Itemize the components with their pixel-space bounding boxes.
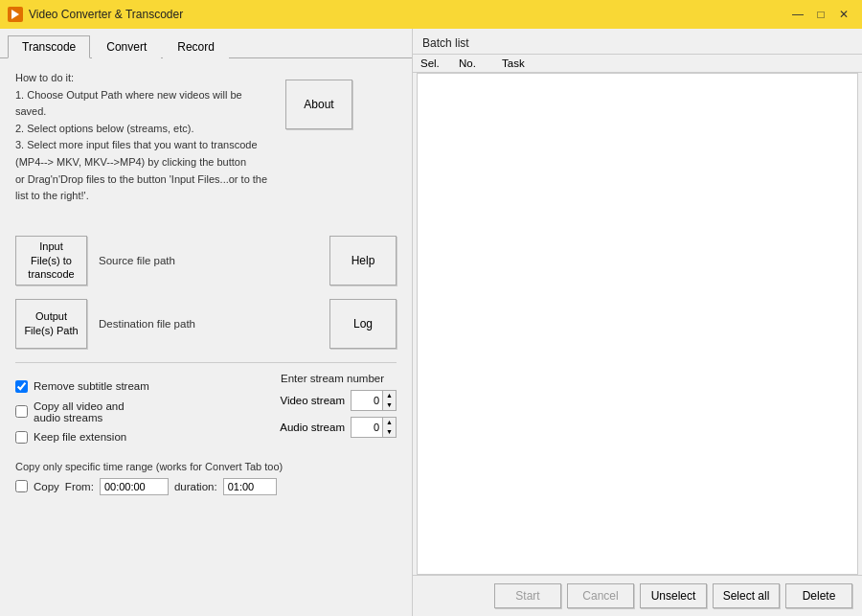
batch-list-title: Batch list xyxy=(413,29,862,55)
minimize-button[interactable]: — xyxy=(787,4,808,25)
audio-stream-row: Audio stream ▲ ▼ xyxy=(268,417,397,438)
main-container: Transcode Convert Record How to do it: 1… xyxy=(0,29,862,616)
bottom-bar: Start Cancel Unselect Select all Delete xyxy=(413,575,862,616)
right-panel: Batch list Sel. No. Task Start Cancel Un… xyxy=(412,29,862,616)
remove-subtitle-checkbox[interactable] xyxy=(15,380,28,393)
video-stream-up[interactable]: ▲ xyxy=(382,391,396,400)
copy-streams-row: Copy all video and audio streams xyxy=(15,400,153,423)
batch-table-header: Sel. No. Task xyxy=(413,55,862,73)
input-files-button[interactable]: InputFile(s) totranscode xyxy=(15,236,87,285)
help-button[interactable]: Help xyxy=(329,236,397,285)
video-stream-spinner: ▲ ▼ xyxy=(351,390,397,411)
batch-list-body xyxy=(417,73,858,575)
video-stream-row: Video stream ▲ ▼ xyxy=(268,390,397,411)
time-range-section: Copy only specific time range (works for… xyxy=(15,461,397,495)
audio-stream-down[interactable]: ▼ xyxy=(382,427,396,437)
step3: 3. Select more input files that you want… xyxy=(15,139,258,168)
audio-stream-input[interactable] xyxy=(352,421,382,434)
app-title: Video Converter & Transcoder xyxy=(29,8,183,21)
col-no-header: No. xyxy=(459,57,492,69)
step2: 2. Select options below (streams, etc). xyxy=(15,123,193,134)
col-sel-header: Sel. xyxy=(420,57,449,69)
step3b: or Drag'n'Drop files to the button 'Inpu… xyxy=(15,173,267,202)
output-files-row: OutputFile(s) Path Destination file path… xyxy=(15,299,397,349)
audio-stream-spinner-btns: ▲ ▼ xyxy=(382,418,396,437)
close-button[interactable]: ✕ xyxy=(833,4,854,25)
title-bar-left: Video Converter & Transcoder xyxy=(8,7,183,22)
remove-subtitle-row: Remove subtitle stream xyxy=(15,380,153,393)
left-content: How to do it: 1. Choose Output Path wher… xyxy=(0,58,412,507)
about-button[interactable]: About xyxy=(285,80,352,129)
log-button[interactable]: Log xyxy=(329,299,397,349)
remove-subtitle-label: Remove subtitle stream xyxy=(34,380,149,392)
audio-stream-up[interactable]: ▲ xyxy=(382,418,396,427)
tab-record[interactable]: Record xyxy=(163,35,229,58)
divider xyxy=(15,362,397,363)
dest-path-label: Destination file path xyxy=(99,318,195,330)
source-path-label: Source file path xyxy=(99,255,175,266)
options-section: Remove subtitle stream Copy all video an… xyxy=(15,380,153,451)
unselect-button[interactable]: Unselect xyxy=(640,583,707,608)
copy-time-checkbox[interactable] xyxy=(15,480,28,492)
keep-extension-label: Keep file extension xyxy=(34,431,126,443)
video-stream-spinner-btns: ▲ ▼ xyxy=(382,391,396,410)
stream-section: Enter stream number Video stream ▲ ▼ xyxy=(153,373,397,451)
tab-transcode[interactable]: Transcode xyxy=(8,35,90,58)
keep-extension-checkbox[interactable] xyxy=(15,431,28,444)
time-range-description: Copy only specific time range (works for… xyxy=(15,461,397,472)
options-row: Remove subtitle stream Copy all video an… xyxy=(15,373,397,451)
audio-stream-spinner: ▲ ▼ xyxy=(351,417,397,438)
keep-extension-row: Keep file extension xyxy=(15,431,153,444)
delete-button[interactable]: Delete xyxy=(785,583,852,608)
start-button[interactable]: Start xyxy=(494,583,561,608)
instructions-text: How to do it: 1. Choose Output Path wher… xyxy=(15,70,274,205)
duration-input[interactable] xyxy=(223,478,277,495)
window-controls: — □ ✕ xyxy=(787,4,854,25)
app-icon xyxy=(8,7,23,22)
video-stream-input[interactable] xyxy=(352,394,382,407)
video-stream-label: Video stream xyxy=(268,395,345,406)
left-content-wrapper: How to do it: 1. Choose Output Path wher… xyxy=(0,58,412,616)
duration-label: duration: xyxy=(174,481,217,492)
step1: 1. Choose Output Path where new videos w… xyxy=(15,89,242,118)
maximize-button[interactable]: □ xyxy=(810,4,831,25)
svg-marker-0 xyxy=(11,10,19,19)
tab-convert[interactable]: Convert xyxy=(92,35,161,58)
copy-streams-checkbox[interactable] xyxy=(15,405,28,418)
how-to-title: How to do it: xyxy=(15,72,74,83)
title-bar: Video Converter & Transcoder — □ ✕ xyxy=(0,0,862,29)
stream-title: Enter stream number xyxy=(268,373,397,384)
copy-time-label: Copy xyxy=(34,481,59,492)
select-all-button[interactable]: Select all xyxy=(713,583,780,608)
output-files-button[interactable]: OutputFile(s) Path xyxy=(15,299,87,349)
cancel-button[interactable]: Cancel xyxy=(567,583,634,608)
from-time-input[interactable] xyxy=(100,478,169,495)
instructions-row: How to do it: 1. Choose Output Path wher… xyxy=(15,70,397,220)
time-range-row: Copy From: duration: xyxy=(15,478,397,495)
col-task-header: Task xyxy=(502,57,854,69)
video-stream-down[interactable]: ▼ xyxy=(382,400,396,410)
left-panel: Transcode Convert Record How to do it: 1… xyxy=(0,29,412,616)
tab-bar: Transcode Convert Record xyxy=(0,29,412,58)
audio-stream-label: Audio stream xyxy=(268,422,345,433)
input-files-row: InputFile(s) totranscode Source file pat… xyxy=(15,236,397,285)
from-label: From: xyxy=(65,481,94,492)
copy-streams-label: Copy all video and audio streams xyxy=(34,400,153,423)
